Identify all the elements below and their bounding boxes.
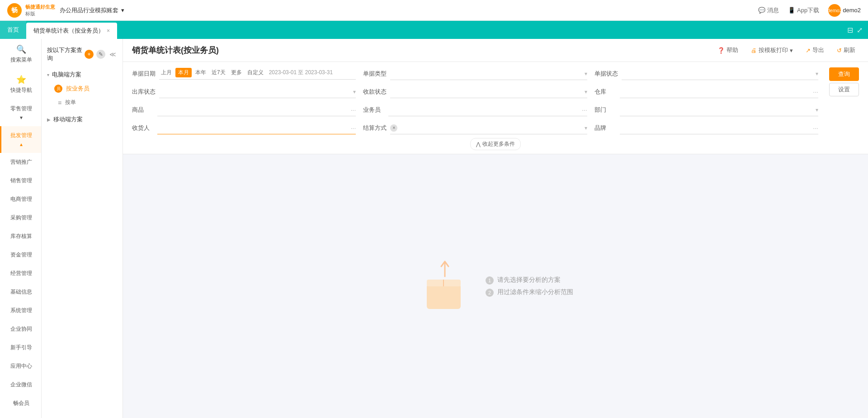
user-menu[interactable]: demo2 demo2	[828, 4, 861, 17]
tab-bar-right: ⊟ ⤢	[847, 26, 868, 34]
sidebar-item-sales[interactable]: 销售管理	[0, 171, 41, 190]
refresh-button[interactable]: ↺ 刷新	[833, 44, 859, 56]
sidebar-operation-label: 经营管理	[10, 270, 32, 277]
date-tab-last7[interactable]: 近7天	[210, 68, 227, 77]
tab-report-label: 销货单统计表（按业务员）	[33, 27, 104, 35]
tab-home[interactable]: 首页	[0, 21, 26, 39]
goods-control[interactable]: ···	[157, 104, 356, 116]
message-button[interactable]: 💬 消息	[758, 6, 779, 14]
date-tab-last-month[interactable]: 上月	[159, 68, 174, 77]
salesperson-control[interactable]: ···	[388, 104, 587, 116]
filter-out-status: 出库状态 ▾	[132, 86, 356, 98]
goods-label: 商品	[132, 106, 154, 114]
doc-status-control[interactable]: ▾	[622, 67, 818, 80]
filter-row-4: 收货人 ··· 结算方式 × ▾	[132, 122, 818, 134]
sidebar-item-quicknav[interactable]: ⭐ 快捷导航	[0, 69, 41, 100]
page-actions: ❓ 帮助 🖨 按模板打印 ▾ ↗ 导出 ↺ 刷新	[714, 44, 859, 62]
date-tab-custom[interactable]: 自定义	[245, 68, 265, 77]
filter-settlement: 结算方式 × ▾	[363, 122, 587, 134]
tab-close-icon[interactable]: ×	[107, 28, 110, 34]
date-range: 2023-03-01 至 2023-03-31	[269, 69, 333, 76]
warehouse-control[interactable]: ···	[620, 86, 818, 98]
sidebar-item-member[interactable]: 畅会员	[0, 394, 41, 413]
sidebar-item-inventory[interactable]: 库存核算	[0, 227, 41, 246]
export-button[interactable]: ↗ 导出	[802, 44, 828, 56]
empty-svg	[418, 259, 472, 314]
search-icon: 🔍	[16, 44, 26, 54]
collapse-panel-button[interactable]: ≪	[108, 50, 117, 59]
filter-goods: 商品 ···	[132, 104, 356, 116]
sidebar-item-appcenter[interactable]: 应用中心	[0, 357, 41, 375]
settlement-clear-icon[interactable]: ×	[390, 124, 397, 132]
sidebar-item-wholesale[interactable]: 批发管理 ▴	[0, 126, 41, 153]
doc-type-control[interactable]: ▾	[390, 67, 587, 80]
sidebar-item-system[interactable]: 系统管理	[0, 301, 41, 320]
scheme-group-mobile-header[interactable]: ▶ 移动端方案	[42, 113, 123, 126]
scheme-item-by-salesperson[interactable]: 员 按业务员	[42, 81, 123, 96]
export-icon: ↗	[806, 47, 811, 54]
avatar: demo2	[828, 4, 841, 17]
sidebar-item-purchase[interactable]: 采购管理	[0, 209, 41, 227]
sidebar-ecommerce-label: 电商管理	[10, 195, 32, 203]
refresh-icon: ↺	[837, 47, 842, 54]
order-icon: ≡	[58, 99, 61, 106]
tab-minimize-icon[interactable]: ⊟	[847, 26, 853, 34]
template-print-button[interactable]: 🖨 按模板打印 ▾	[747, 44, 797, 56]
sidebar-purchase-label: 采购管理	[10, 214, 32, 222]
scheme-item-by-order[interactable]: ≡ 按单	[42, 96, 123, 109]
sidebar-item-ecommerce[interactable]: 电商管理	[0, 190, 41, 209]
left-panel: 按以下方案查询 + ✎ ≪ ▾ 电脑端方案	[42, 39, 123, 418]
out-status-control[interactable]: ▾	[159, 86, 356, 98]
breadcrumb[interactable]: 办公用品行业模拟账套 ▾	[60, 6, 124, 14]
sidebar-basic-label: 基础信息	[10, 288, 32, 296]
payment-status-control[interactable]: ▾	[390, 86, 587, 98]
settlement-control[interactable]: × ▾	[390, 122, 587, 134]
tab-bar: 首页 销货单统计表（按业务员） × ⊟ ⤢	[0, 21, 868, 39]
user-name: demo2	[843, 7, 861, 14]
add-scheme-button[interactable]: +	[85, 50, 94, 59]
sidebar-appcenter-label: 应用中心	[10, 362, 32, 370]
chevron-down-icon: ▾	[585, 71, 587, 77]
tab-maximize-icon[interactable]: ⤢	[857, 26, 863, 34]
settings-button[interactable]: 设置	[829, 83, 859, 96]
date-tab-more[interactable]: 更多	[229, 68, 244, 77]
filter-row-2: 出库状态 ▾ 收款状态 ▾	[132, 86, 818, 98]
help-button[interactable]: ❓ 帮助	[714, 44, 742, 56]
dots-icon: ···	[813, 124, 818, 132]
sidebar-item-operation[interactable]: 经营管理	[0, 264, 41, 283]
collapse-arrow-icon: ⋀	[476, 141, 481, 147]
sidebar-item-basic[interactable]: 基础信息	[0, 283, 41, 301]
message-icon: 💬	[758, 7, 765, 14]
brand-control[interactable]: ···	[620, 122, 818, 134]
app-download-button[interactable]: 📱 App下载	[788, 6, 819, 14]
date-tab-this-month[interactable]: 本月	[175, 68, 192, 77]
sidebar-marketing-label: 营销推广	[10, 158, 32, 166]
filter-consignee: 收货人 ···	[132, 122, 356, 134]
date-tab-this-year[interactable]: 本年	[193, 68, 208, 77]
sidebar-item-newbie[interactable]: 新手引导	[0, 338, 41, 357]
scheme-group-pc-header[interactable]: ▾ 电脑端方案	[42, 68, 123, 81]
sidebar: 🔍 搜索菜单 ⭐ 快捷导航 零售管理 ▾ 批发管理 ▴ 营销推广 销售管理 电商…	[0, 39, 42, 418]
sidebar-newbie-label: 新手引导	[10, 344, 32, 352]
sidebar-item-enterprise[interactable]: 企业协同	[0, 320, 41, 338]
sidebar-item-finance[interactable]: 资金管理	[0, 246, 41, 264]
collapse-left-icon: ≪	[109, 51, 116, 58]
dept-control[interactable]: ▾	[620, 104, 818, 116]
breadcrumb-text: 办公用品行业模拟账套	[60, 6, 118, 14]
logo-area: 畅 畅捷通好生意 标版	[7, 3, 55, 18]
sidebar-system-label: 系统管理	[10, 307, 32, 314]
consignee-control[interactable]: ···	[157, 122, 356, 134]
salesperson-icon: 员	[54, 85, 62, 93]
dept-label: 部门	[594, 106, 616, 114]
sidebar-item-marketing[interactable]: 营销推广	[0, 153, 41, 171]
sidebar-item-search[interactable]: 🔍 搜索菜单	[0, 39, 41, 69]
date-label: 单据日期	[132, 70, 156, 78]
sidebar-item-wechat[interactable]: 企业微信	[0, 375, 41, 394]
edit-scheme-button[interactable]: ✎	[96, 50, 105, 59]
sidebar-item-retail[interactable]: 零售管理 ▾	[0, 100, 41, 126]
tab-report[interactable]: 销货单统计表（按业务员） ×	[26, 23, 117, 39]
query-button[interactable]: 查询	[829, 67, 859, 81]
collapse-bar: ⋀ 收起更多条件	[123, 134, 868, 154]
filter-warehouse: 仓库 ···	[594, 86, 818, 98]
collapse-conditions-button[interactable]: ⋀ 收起更多条件	[470, 138, 521, 150]
